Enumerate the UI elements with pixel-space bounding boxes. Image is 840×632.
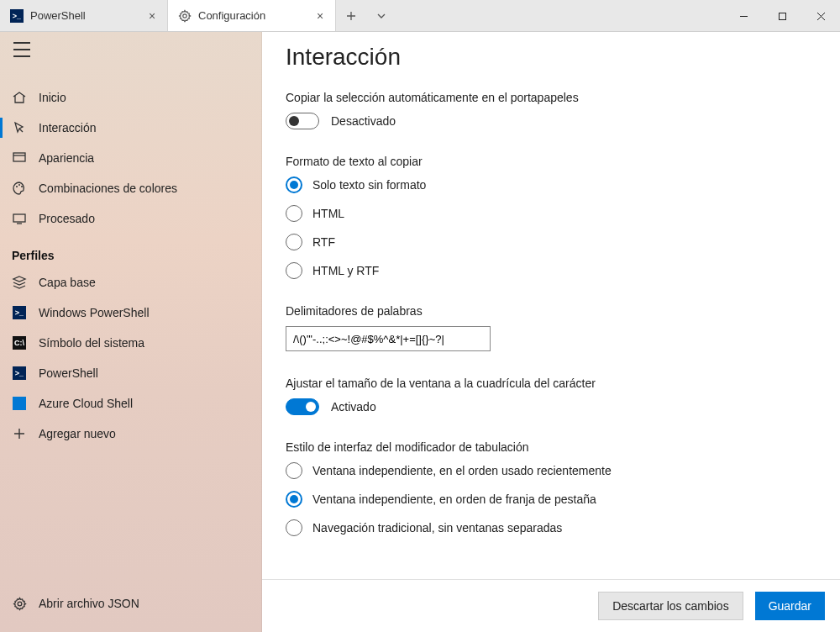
radio-indicator: [286, 462, 302, 479]
window-controls: [724, 0, 840, 31]
radio-plain-text[interactable]: Solo texto sin formato: [286, 176, 816, 193]
tab-powershell[interactable]: >_ PowerShell ×: [0, 0, 168, 31]
svg-point-3: [18, 184, 20, 186]
maximize-button[interactable]: [763, 0, 801, 32]
sidebar-item-label: PowerShell: [39, 366, 98, 380]
svg-rect-1: [13, 153, 25, 161]
new-tab-button[interactable]: [336, 0, 366, 32]
tab-actions: [336, 0, 396, 31]
appearance-icon: [12, 150, 27, 166]
tab-label: Configuración: [198, 9, 307, 22]
svg-rect-5: [13, 214, 25, 222]
cursor-icon: [12, 120, 27, 135]
sidebar-profile-winps[interactable]: >_ Windows PowerShell: [0, 298, 261, 328]
footer-bar: Descartar los cambios Guardar: [262, 579, 840, 632]
radio-label: HTML: [312, 207, 344, 220]
page-title: Interacción: [286, 44, 816, 71]
gear-icon: [12, 596, 27, 611]
discard-button[interactable]: Descartar los cambios: [598, 592, 743, 620]
radio-html-rtf[interactable]: HTML y RTF: [286, 262, 816, 279]
radio-traditional[interactable]: Navegación tradicional, sin ventanas sep…: [286, 519, 816, 536]
content-pane: Interacción Copiar la selección automáti…: [262, 32, 840, 632]
close-icon[interactable]: ×: [313, 9, 327, 23]
setting-label-snap-grid: Ajustar el tamaño de la ventana a la cua…: [286, 377, 816, 390]
tab-settings[interactable]: Configuración ×: [168, 0, 336, 31]
radio-indicator: [286, 205, 302, 222]
tab-dropdown-button[interactable]: [366, 0, 396, 32]
powershell-icon: >_: [10, 9, 24, 23]
word-delimiters-input[interactable]: [286, 326, 491, 351]
rendering-icon: [12, 211, 27, 226]
sidebar-item-label: Combinaciones de colores: [39, 182, 177, 195]
sidebar-item-label: Capa base: [39, 276, 96, 289]
sidebar-add-new[interactable]: Agregar nuevo: [0, 419, 261, 449]
toggle-state-text: Activado: [331, 400, 376, 413]
sidebar-item-procesado[interactable]: Procesado: [0, 203, 261, 234]
sidebar-item-label: Agregar nuevo: [39, 427, 116, 440]
toggle-snap-grid[interactable]: [286, 398, 319, 415]
sidebar-item-label: Apariencia: [39, 151, 94, 165]
sidebar-item-label: Interacción: [39, 121, 96, 134]
cmd-icon: C:\: [12, 335, 27, 350]
palette-icon: [12, 181, 27, 196]
sidebar-profile-base[interactable]: Capa base: [0, 267, 261, 298]
sidebar-item-label: Abrir archivo JSON: [39, 597, 139, 610]
sidebar-item-apariencia[interactable]: Apariencia: [0, 143, 261, 173]
sidebar-item-colores[interactable]: Combinaciones de colores: [0, 173, 261, 203]
setting-label-tab-switcher: Estilo de interfaz del modificador de ta…: [286, 440, 816, 454]
setting-label-word-delim: Delimitadores de palabras: [286, 304, 816, 318]
close-button[interactable]: [801, 0, 840, 32]
radio-label: Ventana independiente, en orden de franj…: [312, 492, 596, 506]
setting-label-copy-format: Formato de texto al copiar: [286, 155, 816, 168]
minimize-button[interactable]: [724, 0, 763, 32]
sidebar-section-profiles: Perfiles: [0, 234, 261, 267]
sidebar-item-interaccion[interactable]: Interacción: [0, 113, 261, 143]
radio-indicator: [286, 491, 302, 508]
radio-indicator: [286, 176, 302, 193]
radio-label: HTML y RTF: [312, 264, 379, 277]
layers-icon: [12, 275, 27, 290]
svg-point-2: [16, 186, 18, 187]
gear-icon: [178, 9, 192, 23]
powershell-icon: >_: [12, 366, 27, 381]
setting-label-copy-selection: Copiar la selección automáticamente en e…: [286, 91, 816, 104]
sidebar-profile-ps[interactable]: >_ PowerShell: [0, 358, 261, 388]
svg-rect-0: [779, 13, 785, 19]
radio-label: Ventana independiente, en el orden usado…: [312, 464, 612, 477]
radio-label: Navegación tradicional, sin ventanas sep…: [312, 521, 562, 535]
azure-icon: [12, 396, 27, 411]
sidebar: Inicio Interacción Apariencia Combinacio…: [0, 32, 262, 632]
hamburger-button[interactable]: [13, 42, 30, 57]
toggle-copy-selection[interactable]: [286, 113, 319, 129]
radio-rtf[interactable]: RTF: [286, 234, 816, 250]
save-button[interactable]: Guardar: [755, 592, 825, 620]
plus-icon: [12, 426, 27, 441]
radio-label: Solo texto sin formato: [312, 178, 426, 192]
powershell-icon: >_: [12, 305, 27, 320]
toggle-state-text: Desactivado: [331, 114, 396, 128]
tab-label: PowerShell: [30, 9, 139, 22]
home-icon: [12, 90, 27, 105]
radio-indicator: [286, 234, 302, 250]
sidebar-item-label: Windows PowerShell: [39, 306, 150, 319]
title-bar: >_ PowerShell × Configuración ×: [0, 0, 840, 32]
sidebar-item-inicio[interactable]: Inicio: [0, 82, 261, 113]
sidebar-open-json[interactable]: Abrir archivo JSON: [0, 588, 261, 619]
sidebar-item-label: Azure Cloud Shell: [39, 397, 133, 410]
sidebar-item-label: Procesado: [39, 212, 95, 225]
close-icon[interactable]: ×: [145, 9, 159, 23]
radio-label: RTF: [312, 235, 335, 249]
radio-html[interactable]: HTML: [286, 205, 816, 222]
radio-indicator: [286, 262, 302, 279]
radio-strip-window[interactable]: Ventana independiente, en orden de franj…: [286, 491, 816, 508]
sidebar-profile-azure[interactable]: Azure Cloud Shell: [0, 388, 261, 419]
sidebar-profile-cmd[interactable]: C:\ Símbolo del sistema: [0, 328, 261, 358]
sidebar-item-label: Inicio: [39, 91, 66, 104]
sidebar-item-label: Símbolo del sistema: [39, 336, 144, 350]
svg-point-4: [21, 186, 23, 187]
radio-indicator: [286, 519, 302, 536]
radio-mru-window[interactable]: Ventana independiente, en el orden usado…: [286, 462, 816, 479]
